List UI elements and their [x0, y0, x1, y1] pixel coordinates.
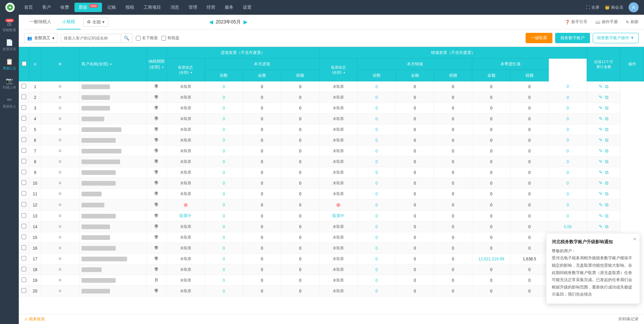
row-checkbox[interactable]: [21, 137, 26, 142]
row-status-out[interactable]: 未取票: [319, 124, 358, 135]
row-settings[interactable]: ⚙: [41, 92, 79, 103]
row-checkbox[interactable]: [21, 159, 26, 164]
copy-action-btn[interactable]: ⧉: [605, 159, 608, 164]
row-settings[interactable]: ⚙: [41, 135, 79, 146]
row-check[interactable]: [19, 103, 29, 114]
cumulative-link[interactable]: 0: [567, 149, 569, 153]
copy-action-btn[interactable]: ⧉: [605, 170, 608, 175]
row-status-out[interactable]: 取票中: [319, 211, 358, 221]
row-status-out[interactable]: 未取票: [319, 243, 358, 254]
row-status-out[interactable]: 未取票: [319, 221, 358, 232]
row-customer-name[interactable]: ██ e: [79, 189, 146, 199]
row-check[interactable]: [19, 124, 29, 135]
cumulative-link[interactable]: 0: [567, 106, 569, 111]
cumulative-link[interactable]: 0: [567, 214, 569, 218]
edit-action-btn[interactable]: ✎: [599, 213, 603, 218]
edit-action-btn[interactable]: ✎: [599, 105, 603, 111]
row-check[interactable]: [19, 189, 29, 199]
copy-action-btn[interactable]: ⧉: [605, 180, 608, 186]
nav-bookkeeping[interactable]: 记账: [103, 3, 120, 12]
row-customer-name[interactable]: ████████████████: [79, 254, 146, 264]
select-all-checkbox[interactable]: [22, 61, 26, 66]
popup-close-btn[interactable]: ×: [633, 236, 636, 242]
row-check[interactable]: [19, 114, 29, 124]
row-status-out[interactable]: 未取票: [319, 146, 358, 156]
row-check[interactable]: [19, 199, 29, 211]
edit-action-btn[interactable]: ✎: [599, 180, 603, 186]
edit-action-btn[interactable]: ✎: [599, 94, 603, 100]
row-status-in[interactable]: 未取票: [166, 232, 205, 243]
row-checkbox[interactable]: [21, 277, 26, 282]
row-customer-name[interactable]: ██████████████: [79, 146, 146, 156]
nav-business[interactable]: 工商项目: [140, 3, 165, 12]
row-status-in[interactable]: 未取票: [166, 81, 205, 92]
nav-tax[interactable]: 报税: [121, 3, 138, 12]
tax-plate-checkbox[interactable]: [161, 36, 166, 41]
row-settings[interactable]: ⚙: [41, 189, 79, 199]
filter-tax-plate[interactable]: 有税盘: [161, 35, 179, 41]
row-status-in[interactable]: 未取票: [166, 178, 205, 189]
row-status-out[interactable]: 未取票: [319, 167, 358, 178]
row-customer-name[interactable]: ████████: [79, 114, 146, 124]
sidebar-item-invoice-entry[interactable]: ✏ 票据录入: [1, 93, 17, 111]
edit-action-btn[interactable]: ✎: [599, 202, 603, 207]
copy-action-btn[interactable]: ⧉: [605, 191, 608, 196]
row-customer-name[interactable]: ██████████: [79, 92, 146, 103]
vip-btn[interactable]: 👑 购会员: [605, 5, 623, 10]
row-status-out[interactable]: 未取票: [319, 81, 358, 92]
row-status-out[interactable]: 未取票: [319, 178, 358, 189]
row-status-in[interactable]: 未取票: [166, 221, 205, 232]
nav-manage[interactable]: 管理: [184, 3, 201, 12]
ledger-checkbox[interactable]: [136, 36, 141, 41]
row-checkbox[interactable]: [21, 267, 26, 271]
sidebar-item-scan-upload[interactable]: 📷 扫描上传: [1, 74, 17, 92]
sidebar-item-open-invoice[interactable]: 📄 发票开具: [1, 36, 17, 54]
row-settings[interactable]: ⚙: [41, 232, 79, 243]
row-checkbox[interactable]: [21, 202, 26, 207]
copy-action-btn[interactable]: ⧉: [605, 213, 608, 218]
th-quota[interactable]: 纳税期限(全部) ▾: [146, 47, 166, 81]
row-customer-name[interactable]: ████████: [79, 199, 146, 211]
tab-small-scale[interactable]: 小规模: [57, 15, 80, 29]
row-customer-name[interactable]: ████████████: [79, 167, 146, 178]
row-checkbox[interactable]: [21, 116, 26, 121]
copy-action-btn[interactable]: ⧉: [605, 94, 608, 100]
row-customer-name[interactable]: ██████████████: [79, 124, 146, 135]
date-next-btn[interactable]: ▶: [244, 19, 248, 25]
employee-selector[interactable]: 👥 全部员工 ▾: [24, 33, 57, 43]
row-customer-name[interactable]: ████████████: [79, 211, 146, 221]
one-key-ticket-btn[interactable]: 一键取票: [526, 33, 552, 43]
sidebar-item-smart-ticket[interactable]: 🖨 new 智能取票: [1, 17, 17, 35]
tax-policy-link[interactable]: ⚠ 税务政策: [24, 316, 45, 322]
row-settings[interactable]: ⚙: [41, 199, 79, 211]
row-settings[interactable]: ⚙: [41, 156, 79, 167]
row-status-out[interactable]: 未取票: [319, 103, 358, 114]
row-settings[interactable]: ⚙: [41, 286, 79, 297]
user-avatar[interactable]: A: [629, 2, 639, 12]
tab-all-capability[interactable]: ♻ 全能 ▾: [83, 17, 108, 27]
th-status-out[interactable]: 取票状态(全部) ▾: [319, 59, 358, 81]
th-status-in[interactable]: 取票状态(全部) ▾: [166, 59, 205, 81]
th-customer-name[interactable]: 客户名称(全部) ▾: [79, 47, 146, 81]
edit-action-btn[interactable]: ✎: [599, 84, 603, 89]
row-settings[interactable]: ⚙: [41, 211, 79, 221]
row-check[interactable]: [19, 146, 29, 156]
row-check[interactable]: [19, 243, 29, 254]
row-status-out[interactable]: 未取票: [319, 275, 358, 286]
row-status-in[interactable]: ⊗: [166, 199, 205, 211]
row-checkbox[interactable]: [21, 127, 26, 131]
row-status-in[interactable]: 未取票: [166, 114, 205, 124]
row-customer-name[interactable]: ████████████: [79, 243, 146, 254]
filter-ledger[interactable]: 名下账套: [136, 35, 158, 41]
row-status-in[interactable]: 未取票: [166, 135, 205, 146]
row-status-out[interactable]: 未取票: [319, 264, 358, 275]
row-checkbox[interactable]: [21, 170, 26, 174]
cumulative-link[interactable]: 0: [567, 138, 569, 143]
row-checkbox[interactable]: [21, 191, 26, 196]
copy-action-btn[interactable]: ⧉: [605, 105, 608, 111]
cumulative-link[interactable]: 0: [567, 95, 569, 100]
row-checkbox[interactable]: [21, 94, 26, 99]
edit-action-btn[interactable]: ✎: [599, 159, 603, 164]
tax-digital-account-btn[interactable]: 税务数字账户: [555, 33, 590, 43]
row-status-in[interactable]: 未取票: [166, 146, 205, 156]
